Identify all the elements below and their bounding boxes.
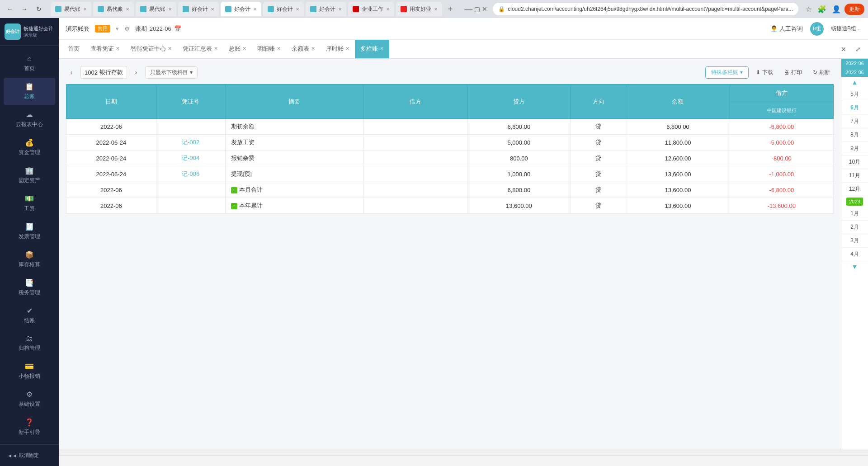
sidebar-item-archive[interactable]: 🗂 归档管理 [4,330,55,357]
sidebar-item-home[interactable]: ⌂ 首页 [4,50,55,77]
rs-month-10[interactable]: 10月 [841,155,868,169]
sidebar-item-ledger[interactable]: 📋 总账 [4,78,55,105]
sidebar-item-capital[interactable]: 💰 资金管理 [4,134,55,161]
print-button[interactable]: 🖨 打印 [780,67,806,78]
tabs-maximize-button[interactable]: ⤢ [852,43,864,56]
tab-close-9[interactable]: ✕ [434,7,438,12]
back-button[interactable]: ← [4,3,16,15]
browser-tab-9[interactable]: 用友好业 ✕ [396,2,442,16]
tab-multi-column[interactable]: 多栏账 ✕ [355,40,389,59]
rs-month-1-2023[interactable]: 1月 [841,207,868,221]
subject-selector[interactable]: 1002 银行存款 [80,66,127,79]
tab-close-4[interactable]: ✕ [211,7,214,12]
next-subject-button[interactable]: › [131,67,142,78]
rs-month-7[interactable]: 7月 [841,115,868,128]
sidebar-item-payroll[interactable]: 💵 工资 [4,190,55,217]
bookmark-icon[interactable]: ☆ [804,5,814,14]
horizontal-scrollbar[interactable] [59,450,868,455]
prev-subject-button[interactable]: ‹ [66,67,77,78]
tab-close-detail-ledger[interactable]: ✕ [277,46,281,52]
tab-close-2[interactable]: ✕ [126,7,129,12]
tab-sequence[interactable]: 序时账 ✕ [321,40,355,59]
guide-icon: ❓ [25,418,34,427]
reload-button[interactable]: ↻ [33,3,45,15]
browser-tab-5[interactable]: 好会计 ✕ [221,2,261,16]
account-badge[interactable]: 禁用 [95,25,110,33]
subject-filter-dropdown[interactable]: 只显示下级科目 ▾ [145,66,198,79]
rs-month-6[interactable]: 6月 [841,101,868,115]
rs-month-5[interactable]: 5月 [841,88,868,101]
tab-detail-ledger[interactable]: 明细账 ✕ [252,40,286,59]
sidebar-item-tax[interactable]: 📑 税务管理 [4,274,55,301]
sidebar-item-expense[interactable]: 💳 小畅报销 [4,358,55,385]
tab-close-8[interactable]: ✕ [386,7,390,12]
tab-close-7[interactable]: ✕ [338,7,342,12]
consult-button[interactable]: 👨‍💼 人工咨询 [770,25,803,33]
rs-month-4-2023[interactable]: 4月 [841,248,868,261]
voucher-link[interactable]: 记-004 [182,155,199,161]
tab-close-1[interactable]: ✕ [83,7,87,12]
sidebar-item-settings[interactable]: ⚙ 基础设置 [4,386,55,413]
browser-tab-3[interactable]: 易代账 ✕ [136,2,176,16]
rs-month-12[interactable]: 12月 [841,183,868,196]
tab-close-view-voucher[interactable]: ✕ [116,46,120,52]
browser-tab-2[interactable]: 易代账 ✕ [93,2,134,16]
tab-voucher-summary[interactable]: 凭证汇总表 ✕ [177,40,223,59]
tab-close-6[interactable]: ✕ [296,7,299,12]
tab-close-smart-voucher[interactable]: ✕ [168,46,172,52]
refresh-button[interactable]: ↻ 刷新 [809,67,834,78]
special-multi-column-button[interactable]: 特殊多栏账 ▾ [705,66,749,79]
profile-icon[interactable]: 👤 [830,5,843,14]
pin-button[interactable]: ◄◄ 取消固定 [5,449,54,461]
extensions-icon[interactable]: 🧩 [816,5,828,14]
browser-tab-7[interactable]: 好会计 ✕ [306,2,346,16]
browser-tab-6[interactable]: 好会计 ✕ [263,2,304,16]
update-button[interactable]: 更新 [844,4,864,15]
rs-header-2[interactable]: 2022-06 [841,68,868,77]
download-button[interactable]: ⬇ 下载 [752,67,777,78]
calendar-icon[interactable]: 📅 [174,25,181,32]
tab-close-voucher-summary[interactable]: ✕ [214,46,218,52]
tab-close-sequence[interactable]: ✕ [345,46,349,52]
sidebar-item-fixed-assets[interactable]: 🏢 固定资产 [4,162,55,189]
address-bar[interactable]: 🔒 cloud2.chanjet.com/accounting/uh26t264… [493,3,798,15]
minimize-button[interactable]: — [464,5,472,14]
rs-header-1[interactable]: 2022-06 [841,59,868,68]
tab-smart-voucher[interactable]: 智能凭证中心 ✕ [125,40,177,59]
browser-tab-8[interactable]: 企业工作 ✕ [348,2,394,16]
tab-close-3[interactable]: ✕ [168,7,172,12]
tabs-close-all-button[interactable]: ✕ [837,43,850,56]
rs-month-8[interactable]: 8月 [841,128,868,142]
maximize-button[interactable]: ▢ [474,5,480,13]
tab-label-2: 易代账 [107,5,123,13]
badge-dropdown-icon[interactable]: ▾ [116,25,119,32]
tab-balance[interactable]: 余额表 ✕ [286,40,321,59]
rs-month-9[interactable]: 9月 [841,142,868,155]
voucher-link[interactable]: 记-002 [182,139,199,146]
tab-general-ledger[interactable]: 总账 ✕ [223,40,252,59]
tab-view-voucher[interactable]: 查看凭证 ✕ [85,40,125,59]
browser-tab-1[interactable]: 易代账 ✕ [51,2,91,16]
rs-scroll-up-button[interactable]: ▲ [850,77,860,88]
cell-voucher: 记-004 [156,151,225,166]
rs-month-2-2023[interactable]: 2月 [841,221,868,234]
sidebar-item-guide[interactable]: ❓ 新手引导 [4,414,55,441]
new-tab-button[interactable]: + [444,3,457,15]
close-window-button[interactable]: ✕ [482,5,487,13]
tab-close-balance[interactable]: ✕ [311,46,315,52]
rs-month-11[interactable]: 11月 [841,169,868,183]
tab-home[interactable]: 首页 [62,40,85,59]
rs-month-3-2023[interactable]: 3月 [841,234,868,248]
sidebar-item-inventory[interactable]: 📦 库存核算 [4,246,55,273]
tab-close-multi-column[interactable]: ✕ [380,46,384,52]
forward-button[interactable]: → [18,3,31,15]
voucher-link[interactable]: 记-006 [182,170,199,177]
rs-scroll-down-button[interactable]: ▼ [850,261,860,272]
sidebar-item-cloud-report[interactable]: ☁ 云报表中心 [4,106,55,133]
browser-tab-4[interactable]: 好会计 ✕ [178,2,219,16]
tab-close-5[interactable]: ✕ [253,7,257,12]
tab-close-general-ledger[interactable]: ✕ [242,46,246,52]
sidebar-item-close[interactable]: ✔ 结账 [4,302,55,329]
settings-gear-icon[interactable]: ⚙ [124,25,130,32]
sidebar-item-invoice[interactable]: 🧾 发票管理 [4,218,55,245]
